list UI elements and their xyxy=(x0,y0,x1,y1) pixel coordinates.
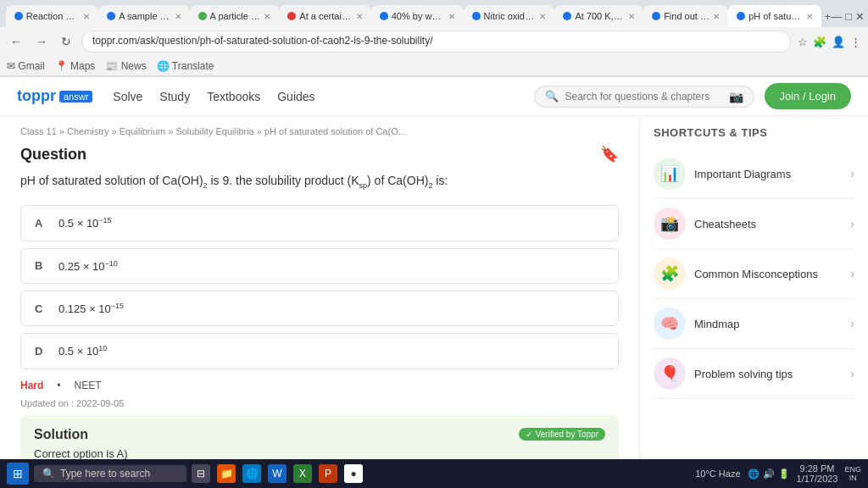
option-d-letter: D xyxy=(35,345,48,358)
tab-40percent[interactable]: 40% by weigh... ✕ xyxy=(371,5,464,27)
bookmarks-bar: ✉ Gmail 📍 Maps 📰 News 🌐 Translate xyxy=(0,56,868,76)
taskbar-explorer[interactable]: 📁 xyxy=(217,464,236,483)
toppr-logo-text: toppr xyxy=(17,87,56,105)
address-bar-row: ← → ↻ toppr.com/ask/question/ph-of-satur… xyxy=(0,27,868,56)
shortcut-cheatsheets[interactable]: 📸 Cheatsheets › xyxy=(654,199,854,249)
tab-700k[interactable]: At 700 K, the... ✕ xyxy=(554,5,643,27)
volume-icon[interactable]: 🔊 xyxy=(763,469,775,480)
chevron-icon-4: › xyxy=(850,367,854,380)
network-icon[interactable]: 🌐 xyxy=(748,469,760,480)
shortcut-misconceptions[interactable]: 🧩 Common Misconceptions › xyxy=(654,249,854,299)
tab-close-8[interactable]: ✕ xyxy=(713,12,720,21)
chevron-icon-1: › xyxy=(850,217,854,230)
updated-date: Updated on : 2022-09-05 xyxy=(20,398,619,408)
question-meta: Hard • NEET xyxy=(20,380,619,391)
tab-close-5[interactable]: ✕ xyxy=(448,12,455,21)
option-c-text: 0.125 × 10−15 xyxy=(58,302,124,315)
windows-start-button[interactable]: ⊞ xyxy=(7,463,29,485)
language-display: ENG IN xyxy=(844,465,861,482)
correct-option-text: Correct option is A) xyxy=(34,447,605,460)
shortcut-mindmap[interactable]: 🧠 Mindmap › xyxy=(654,299,854,349)
extension-icon[interactable]: 🧩 xyxy=(813,36,826,48)
diagrams-icon: 📊 xyxy=(654,158,686,190)
battery-icon[interactable]: 🔋 xyxy=(778,469,790,480)
bookmark-translate[interactable]: 🌐 Translate xyxy=(157,60,214,72)
tips-label: Problem solving tips xyxy=(694,368,793,380)
profile-icons: ☆ 🧩 👤 ⋮ xyxy=(798,36,861,48)
chevron-icon-3: › xyxy=(850,317,854,330)
search-input[interactable] xyxy=(565,91,722,103)
nav-textbooks[interactable]: Textbooks xyxy=(207,90,260,103)
bookmark-news[interactable]: 📰 News xyxy=(105,60,146,72)
option-c[interactable]: C 0.125 × 10−15 xyxy=(20,291,619,326)
option-b[interactable]: B 0.25 × 10−10 xyxy=(20,248,619,284)
join-login-button[interactable]: Join / Login xyxy=(765,83,852,109)
tab-close-7[interactable]: ✕ xyxy=(628,12,635,21)
exam-badge: NEET xyxy=(75,380,102,391)
breadcrumb: Class 11 » Chemistry » Equilibrium » Sol… xyxy=(20,126,619,136)
mindmap-icon: 🧠 xyxy=(654,308,686,340)
bookmark-maps[interactable]: 📍 Maps xyxy=(55,60,96,72)
tab-close[interactable]: ✕ xyxy=(83,12,90,21)
bookmark-question-icon[interactable]: 🔖 xyxy=(600,145,619,164)
taskbar-search-bar[interactable]: 🔍 Type here to search xyxy=(34,465,186,482)
taskbar-excel[interactable]: X xyxy=(293,464,312,483)
reload-button[interactable]: ↻ xyxy=(58,33,75,50)
main-content: Class 11 » Chemistry » Equilibrium » Sol… xyxy=(0,116,868,488)
shortcut-problem-tips[interactable]: 🎈 Problem solving tips › xyxy=(654,349,854,399)
chevron-icon-2: › xyxy=(850,267,854,280)
shortcuts-title: SHORTCUTS & TIPS xyxy=(654,126,854,139)
taskbar-powerpoint[interactable]: P xyxy=(319,464,337,483)
tab-close-2[interactable]: ✕ xyxy=(175,12,181,21)
options-container: A 0.5 × 10−15 B 0.25 × 10−10 C 0.125 × 1… xyxy=(20,205,619,369)
taskbar-word[interactable]: W xyxy=(268,464,287,483)
restore-button[interactable]: □ xyxy=(845,10,852,23)
option-d[interactable]: D 0.5 × 1010 xyxy=(20,333,619,369)
bookmark-gmail[interactable]: ✉ Gmail xyxy=(7,60,45,72)
tab-findout[interactable]: Find out the... ✕ xyxy=(643,5,728,27)
tab-particle[interactable]: A particle is fi... ✕ xyxy=(190,5,280,27)
tab-close-6[interactable]: ✕ xyxy=(539,12,546,21)
difficulty-badge: Hard xyxy=(20,380,43,391)
tab-nitric[interactable]: Nitric oxide re... ✕ xyxy=(464,5,555,27)
profile-icon[interactable]: 👤 xyxy=(832,36,845,48)
nav-study[interactable]: Study xyxy=(159,90,190,103)
taskbar-edge[interactable]: 🌐 xyxy=(242,464,261,483)
tab-close-3[interactable]: ✕ xyxy=(264,12,270,21)
check-icon: ✓ xyxy=(526,430,532,439)
verified-badge: ✓ Verified by Toppr xyxy=(519,428,605,441)
option-a[interactable]: A 0.5 × 10−15 xyxy=(20,205,619,241)
close-button[interactable]: ✕ xyxy=(855,10,865,23)
address-input[interactable]: toppr.com/ask/question/ph-of-saturated-s… xyxy=(81,30,791,53)
nav-guides[interactable]: Guides xyxy=(277,90,314,103)
tips-icon: 🎈 xyxy=(654,358,686,390)
shortcut-important-diagrams[interactable]: 📊 Important Diagrams › xyxy=(654,149,854,199)
tab-temperature[interactable]: At a certain te... ✕ xyxy=(279,5,370,27)
content-area: Class 11 » Chemistry » Equilibrium » Sol… xyxy=(0,116,639,488)
nav-solve[interactable]: Solve xyxy=(113,90,142,103)
tab-sample[interactable]: A sample of b... ✕ xyxy=(98,5,189,27)
option-d-text: 0.5 × 1010 xyxy=(58,344,107,358)
tab-close-4[interactable]: ✕ xyxy=(356,12,363,21)
settings-icon[interactable]: ⋮ xyxy=(850,36,861,48)
bookmark-star-icon[interactable]: ☆ xyxy=(798,36,808,48)
tab-bar: Reaction betw... ✕ A sample of b... ✕ A … xyxy=(0,0,868,27)
taskbar-chrome[interactable]: ● xyxy=(344,464,363,483)
solution-header: Solution ✓ Verified by Toppr xyxy=(34,427,605,442)
toppr-navbar: toppr answr Solve Study Textbooks Guides… xyxy=(0,77,868,116)
tab-reaction[interactable]: Reaction betw... ✕ xyxy=(6,5,98,27)
toppr-logo-sub: answr xyxy=(59,91,92,103)
cheatsheets-icon: 📸 xyxy=(654,208,686,240)
misconceptions-label: Common Misconceptions xyxy=(694,268,818,280)
nav-links: Solve Study Textbooks Guides xyxy=(113,90,533,103)
forward-button[interactable]: → xyxy=(32,33,51,50)
tab-close-9[interactable]: ✕ xyxy=(806,12,813,21)
minimize-button[interactable]: — xyxy=(831,10,842,23)
new-tab-button[interactable]: + xyxy=(825,10,832,23)
clock-area[interactable]: 9:28 PM 1/17/2023 xyxy=(797,463,838,484)
tab-ph-saturated[interactable]: pH of saturate... ✕ xyxy=(728,5,821,27)
camera-icon[interactable]: 📷 xyxy=(729,90,743,103)
toppr-search-bar[interactable]: 🔍 📷 xyxy=(534,86,754,108)
taskbar-multitasking[interactable]: ⊟ xyxy=(192,464,210,483)
back-button[interactable]: ← xyxy=(7,33,25,50)
